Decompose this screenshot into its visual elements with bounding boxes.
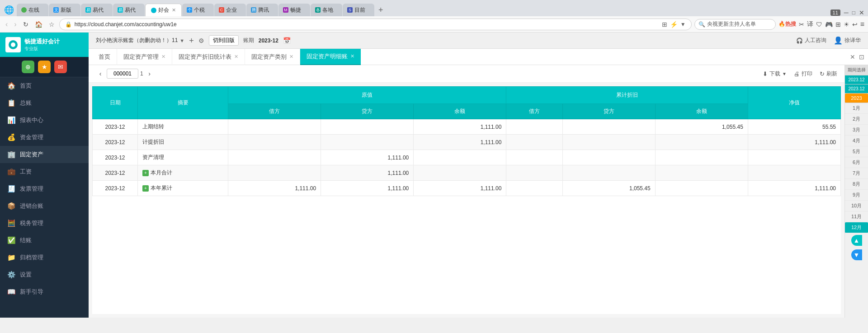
page-number-input[interactable] — [107, 69, 138, 79]
period-month-1[interactable]: 1月 — [845, 103, 868, 114]
menu-icon[interactable]: ≡ — [860, 20, 864, 28]
sidebar-item-invoice[interactable]: 🧾 发票管理 — [0, 180, 89, 197]
sidebar-reports-label: 报表中心 — [20, 116, 43, 124]
tab-detail-close[interactable]: ✕ — [350, 53, 354, 59]
cell-date-2: 2023-12 — [93, 135, 138, 150]
cell-dep-credit-2 — [562, 135, 655, 150]
sidebar-item-funds[interactable]: 💰 资金管理 — [0, 129, 89, 146]
period-month-3[interactable]: 3月 — [845, 125, 868, 136]
prev-page-button[interactable]: ‹ — [96, 69, 105, 78]
forward-button[interactable]: › — [12, 19, 18, 29]
grid-icon[interactable]: ⊞ — [662, 21, 667, 28]
sidebar-icon-green[interactable]: ⊕ — [22, 61, 34, 73]
period-scroll-down[interactable]: ▼ — [851, 249, 862, 260]
period-month-5[interactable]: 5月 — [845, 146, 868, 157]
tab-yidai2[interactable]: 易 易代 — [113, 4, 145, 16]
period-month-12[interactable]: 12月 — [845, 222, 868, 233]
calendar-icon[interactable]: 📅 — [283, 37, 291, 44]
sidebar-icon-red[interactable]: ✉ — [54, 61, 67, 73]
tab-asset-cat-close[interactable]: ✕ — [289, 54, 293, 60]
page-tab-fixed-mgmt[interactable]: 固定资产管理 ✕ — [117, 49, 172, 65]
period-month-9[interactable]: 9月 — [845, 190, 868, 201]
sun-icon[interactable]: ☀ — [844, 21, 849, 28]
period-month-10[interactable]: 10月 — [845, 201, 868, 211]
user-profile-button[interactable]: 👤 徐译华 — [834, 36, 861, 45]
funds-icon: 💰 — [7, 133, 15, 141]
sidebar-icon-yellow[interactable]: ★ — [38, 61, 51, 73]
scissors-icon[interactable]: ✂ — [799, 21, 804, 28]
page-tab-home[interactable]: 首页 — [92, 49, 117, 65]
address-bar[interactable]: 🔒 https://cloud.chanjet.com/accounting/u… — [59, 19, 692, 30]
new-tab-button[interactable]: + — [375, 4, 387, 16]
sidebar-quick-icons: ⊕ ★ ✉ — [0, 57, 89, 77]
maximize-button[interactable]: □ — [852, 9, 855, 16]
settings-gear-button[interactable]: ⚙ — [198, 37, 204, 44]
sidebar-item-tax[interactable]: 🧮 税务管理 — [0, 215, 89, 232]
tab-new-version[interactable]: 文 新版 — [49, 4, 80, 16]
bookmark-button[interactable]: ☆ — [47, 20, 57, 29]
period-month-11[interactable]: 11月 — [845, 211, 868, 222]
grid2-icon[interactable]: ⊞ — [835, 21, 841, 28]
company-selector[interactable]: 刘小艳演示账套（勿删勿动！）11 ▼ — [96, 37, 184, 44]
sidebar-item-settings[interactable]: ⚙️ 设置 — [0, 266, 89, 283]
tab-haokuai-close[interactable]: ✕ — [172, 7, 176, 13]
tab-qiye[interactable]: C 企业 — [214, 4, 246, 16]
hot-search-icon: 🔥热搜 — [778, 20, 796, 28]
account-toolbar: ‹ 1 › ⬇ 下载 ▼ 🖨 打印 — [89, 65, 844, 83]
back-button[interactable]: ‹ — [4, 19, 9, 29]
switch-version-button[interactable]: 切到旧版 — [209, 35, 239, 46]
period-month-8[interactable]: 8月 — [845, 179, 868, 190]
page-tab-asset-category[interactable]: 固定资产类别 ✕ — [245, 49, 300, 65]
period-selected-1[interactable]: 2023.12 — [845, 75, 868, 84]
sidebar-item-archive[interactable]: 📁 归档管理 — [0, 249, 89, 266]
tab-muqian[interactable]: S 目前 — [343, 4, 374, 16]
period-month-4[interactable]: 4月 — [845, 136, 868, 146]
translate-icon[interactable]: 译 — [807, 20, 813, 28]
print-icon: 🖨 — [794, 70, 800, 77]
sidebar-item-close-period[interactable]: ✅ 结账 — [0, 232, 89, 249]
page-tab-depreciation-stats[interactable]: 固定资产折旧统计表 ✕ — [172, 49, 245, 65]
undo-icon[interactable]: ↩ — [852, 21, 858, 28]
reload-button[interactable]: ↻ — [21, 20, 30, 29]
tab-tengxun[interactable]: 腾 腾讯 — [246, 4, 278, 16]
sidebar-item-inventory[interactable]: 📦 进销台账 — [0, 197, 89, 215]
tab-dep-stats-close[interactable]: ✕ — [234, 54, 238, 60]
sidebar-item-home[interactable]: 🏠 首页 — [0, 77, 89, 94]
expand-button[interactable]: ⊡ — [859, 53, 864, 61]
tab-gedi[interactable]: 各 各地 — [311, 4, 342, 16]
sidebar-item-reports[interactable]: 📊 报表中心 — [0, 112, 89, 129]
period-month-6[interactable]: 6月 — [845, 157, 868, 168]
add-company-button[interactable]: + — [189, 36, 194, 45]
close-button[interactable]: ✕ — [859, 9, 864, 16]
lightning-icon[interactable]: ⚡ — [670, 21, 678, 28]
home-button[interactable]: 🏠 — [33, 20, 44, 29]
sidebar-item-salary[interactable]: 💼 工资 — [0, 163, 89, 180]
sidebar-archive-label: 归档管理 — [20, 253, 43, 262]
period-month-7[interactable]: 7月 — [845, 168, 868, 179]
period-scroll-up[interactable]: ▲ — [851, 235, 862, 246]
collapse-button[interactable]: ✕ — [850, 53, 855, 61]
refresh-button[interactable]: ↻ 刷新 — [820, 70, 837, 78]
sidebar-item-fixed-assets[interactable]: 🏢 固定资产 — [0, 146, 89, 163]
tab-haokuai[interactable]: 好会 ✕ — [145, 4, 182, 16]
sidebar-item-guide[interactable]: 📖 新手引导 — [0, 283, 89, 300]
next-page-button[interactable]: › — [145, 69, 154, 78]
print-button[interactable]: 🖨 打印 — [794, 70, 812, 78]
period-selected-2[interactable]: 2023.12 — [845, 84, 868, 94]
sidebar-item-ledger[interactable]: 📋 总账 — [0, 94, 89, 112]
minimize-button[interactable]: ─ — [844, 9, 849, 16]
period-month-2[interactable]: 2月 — [845, 114, 868, 125]
dropdown-icon[interactable]: ▼ — [680, 21, 686, 28]
tab-changjie[interactable]: M 畅捷 — [278, 4, 310, 16]
tab-online[interactable]: 在线 — [17, 4, 48, 16]
ai-consult-button[interactable]: 🎧 人工咨询 — [796, 37, 826, 44]
gamepad-icon[interactable]: 🎮 — [825, 21, 833, 28]
shield-icon[interactable]: 🛡 — [816, 21, 822, 28]
download-button[interactable]: ⬇ 下载 ▼ — [763, 70, 787, 78]
page-tab-detail-ledger[interactable]: 固定资产明细账 ✕ — [300, 49, 361, 65]
tab-yidai1[interactable]: 易 易代 — [81, 4, 113, 16]
tab-fixed-mgmt-close[interactable]: ✕ — [161, 54, 165, 60]
period-year-2023[interactable]: 2023 — [845, 94, 868, 103]
download-label: 下载 — [769, 70, 780, 78]
tab-geshui[interactable]: 个 个税 — [182, 4, 214, 16]
